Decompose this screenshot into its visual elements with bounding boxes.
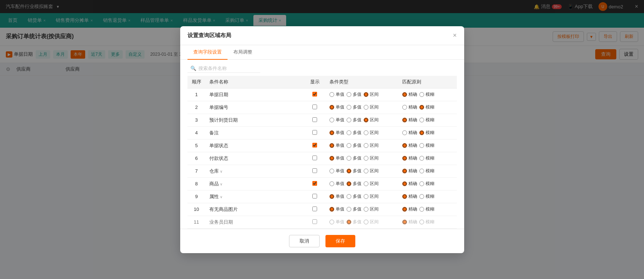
modal-search-area: 🔍: [180, 60, 464, 76]
type-range-10[interactable]: [364, 207, 368, 212]
row-name-7: 仓库 ∨: [206, 165, 304, 177]
type-single-2[interactable]: [329, 105, 334, 110]
modal-tab-field-settings[interactable]: 查询字段设置: [187, 45, 228, 60]
display-checkbox-3[interactable]: [312, 117, 317, 122]
match-exact-3[interactable]: [402, 118, 407, 122]
type-single-1[interactable]: [329, 92, 334, 97]
display-checkbox-1[interactable]: [312, 92, 317, 97]
display-checkbox-10[interactable]: [312, 207, 317, 211]
type-single-11[interactable]: [329, 220, 334, 224]
type-multi-2[interactable]: [347, 105, 351, 110]
search-input-wrap[interactable]: 🔍: [187, 64, 260, 73]
type-multi-6[interactable]: [347, 156, 351, 161]
match-exact-8[interactable]: [402, 181, 407, 186]
type-range-8[interactable]: [364, 181, 368, 186]
type-range-3[interactable]: [364, 118, 368, 122]
type-multi-4[interactable]: [347, 130, 351, 135]
match-fuzzy-2[interactable]: [419, 105, 424, 110]
match-exact-9[interactable]: [402, 194, 407, 199]
row-type-6: 单值 多值 区间: [326, 152, 399, 165]
type-single-5[interactable]: [329, 143, 334, 148]
row-name-5: 单据状态: [206, 139, 304, 152]
type-range-4[interactable]: [364, 130, 368, 135]
modal-tabs: 查询字段设置 布局调整: [180, 45, 464, 60]
type-multi-1[interactable]: [347, 92, 351, 97]
type-single-8[interactable]: [329, 181, 334, 186]
row-match-7: 精确 模糊: [399, 165, 457, 177]
match-fuzzy-6[interactable]: [419, 156, 424, 161]
match-fuzzy-4[interactable]: [419, 130, 424, 135]
row-match-9: 精确 模糊: [399, 190, 457, 203]
match-fuzzy-3[interactable]: [419, 118, 424, 122]
row-name-2: 单据编号: [206, 101, 304, 114]
match-exact-2[interactable]: [402, 105, 407, 110]
row-name-10: 有无商品图片: [206, 203, 304, 216]
type-multi-5[interactable]: [347, 143, 351, 148]
match-fuzzy-1[interactable]: [419, 92, 424, 97]
display-checkbox-5[interactable]: [312, 143, 317, 148]
row-order-8: 8: [187, 177, 206, 190]
type-single-10[interactable]: [329, 207, 334, 212]
display-checkbox-9[interactable]: [312, 194, 317, 199]
type-single-4[interactable]: [329, 130, 334, 135]
save-button[interactable]: 保存: [325, 235, 355, 247]
row-display-8: [304, 177, 326, 190]
type-range-5[interactable]: [364, 143, 368, 148]
row-type-5: 单值 多值 区间: [326, 139, 399, 152]
match-exact-11[interactable]: [402, 220, 407, 224]
match-fuzzy-5[interactable]: [419, 143, 424, 148]
display-checkbox-4[interactable]: [312, 130, 317, 135]
match-fuzzy-10[interactable]: [419, 207, 424, 212]
match-fuzzy-8[interactable]: [419, 181, 424, 186]
row-match-1: 精确 模糊: [399, 88, 457, 101]
row-display-4: [304, 126, 326, 139]
display-checkbox-8[interactable]: [312, 181, 317, 186]
display-checkbox-11[interactable]: [312, 219, 317, 224]
match-fuzzy-7[interactable]: [419, 169, 424, 173]
type-range-9[interactable]: [364, 194, 368, 199]
match-exact-4[interactable]: [402, 130, 407, 135]
row-display-3: [304, 114, 326, 126]
row-match-2: 精确 模糊: [399, 101, 457, 114]
match-exact-7[interactable]: [402, 169, 407, 173]
match-exact-5[interactable]: [402, 143, 407, 148]
type-single-3[interactable]: [329, 118, 334, 122]
modal-close-button[interactable]: ×: [453, 32, 457, 39]
match-exact-10[interactable]: [402, 207, 407, 212]
type-multi-11[interactable]: [347, 220, 351, 224]
type-range-11[interactable]: [364, 220, 368, 224]
row-name-4: 备注: [206, 126, 304, 139]
search-input[interactable]: [198, 66, 257, 71]
type-multi-3[interactable]: [347, 118, 351, 122]
row-type-3: 单值 多值 区间: [326, 114, 399, 126]
table-header: 顺序 条件名称 显示 条件类型 匹配原则: [187, 76, 457, 89]
cancel-button[interactable]: 取消: [289, 235, 320, 247]
col-header-order: 顺序: [187, 76, 206, 89]
modal-tab-layout[interactable]: 布局调整: [228, 45, 258, 60]
table-row: 9 属性 ∨ 单值 多值 区间: [187, 190, 457, 203]
type-multi-10[interactable]: [347, 207, 351, 212]
match-fuzzy-11[interactable]: [419, 220, 424, 224]
type-multi-8[interactable]: [347, 181, 351, 186]
modal-overlay: 设置查询区域布局 × 查询字段设置 布局调整 🔍: [0, 0, 644, 279]
match-exact-1[interactable]: [402, 92, 407, 97]
table-row: 11 业务员日期 单值 多值 区间: [187, 216, 457, 228]
type-range-2[interactable]: [364, 105, 368, 110]
display-checkbox-7[interactable]: [312, 168, 317, 173]
type-range-1[interactable]: [364, 92, 368, 97]
row-type-1: 单值 多值 区间: [326, 88, 399, 101]
type-range-7[interactable]: [364, 169, 368, 173]
type-single-7[interactable]: [329, 169, 334, 173]
type-single-9[interactable]: [329, 194, 334, 199]
row-name-1: 单据日期: [206, 88, 304, 101]
type-range-6[interactable]: [364, 156, 368, 161]
type-multi-7[interactable]: [347, 169, 351, 173]
match-exact-6[interactable]: [402, 156, 407, 161]
row-match-3: 精确 模糊: [399, 114, 457, 126]
match-fuzzy-9[interactable]: [419, 194, 424, 199]
display-checkbox-2[interactable]: [312, 105, 317, 109]
type-multi-9[interactable]: [347, 194, 351, 199]
display-checkbox-6[interactable]: [312, 156, 317, 160]
type-single-6[interactable]: [329, 156, 334, 161]
row-display-7: [304, 165, 326, 177]
